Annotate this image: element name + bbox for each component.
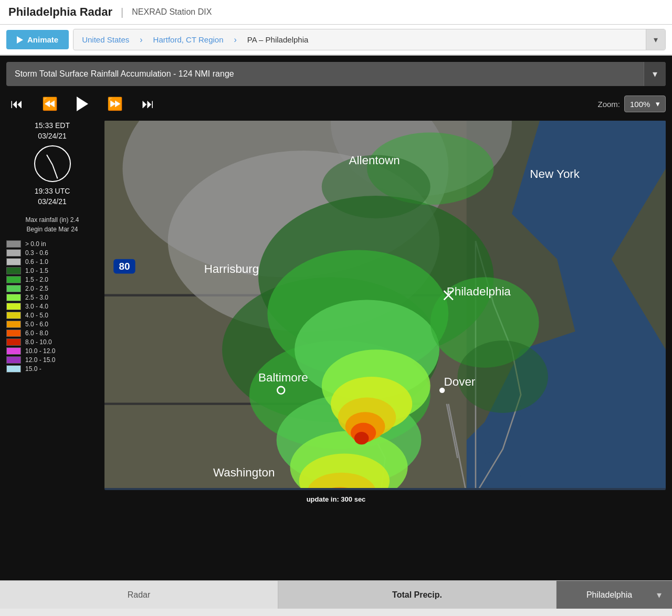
edt-date: 03/24/21	[6, 131, 98, 142]
legend-item: 15.0 -	[6, 365, 98, 373]
legend-swatch	[6, 330, 21, 337]
breadcrumb-arrow-2: ›	[232, 35, 239, 45]
fast-forward-icon: ⏩	[107, 97, 123, 111]
legend-label: 4.0 - 5.0	[25, 312, 48, 319]
product-label: Storm Total Surface Rainfall Accumulatio…	[6, 63, 644, 85]
svg-point-35	[354, 432, 369, 444]
radar-area: 15:33 EDT 03/24/21 19:33 UTC 03/24/21 Ma…	[6, 121, 666, 490]
tab-total-precip[interactable]: Total Precip.	[278, 581, 556, 609]
legend-label: 12.0 - 15.0	[25, 356, 55, 364]
legend-swatch	[6, 276, 21, 283]
city-baltimore: Baltimore	[258, 371, 308, 384]
legend-label: > 0.0 in	[25, 240, 46, 248]
breadcrumb-container: United States › Hartford, CT Region › PA…	[73, 29, 666, 50]
skip-to-end-button[interactable]: ⏭	[138, 94, 159, 113]
location-chevron-icon: ▾	[657, 589, 662, 601]
tab-radar[interactable]: Radar	[0, 581, 278, 609]
animate-label: Animate	[27, 35, 58, 44]
zoom-select-container: 50% 75% 100% 150% 200% ▾	[624, 95, 666, 112]
legend-item: 8.0 - 10.0	[6, 338, 98, 346]
legend-swatch	[6, 249, 21, 257]
navbar: Animate United States › Hartford, CT Reg…	[0, 25, 672, 56]
legend-item: 2.5 - 3.0	[6, 294, 98, 301]
legend-swatch	[6, 240, 21, 248]
city-harrisburg: Harrisburg	[204, 262, 259, 275]
legend-items: > 0.0 in 0.3 - 0.6 0.6 - 1.0 1.0 - 1.5 1…	[6, 240, 98, 373]
utc-time: 19:33 UTC	[6, 186, 98, 197]
city-dover: Dover	[444, 375, 476, 388]
play-button[interactable]	[72, 94, 92, 113]
legend-item: 1.0 - 1.5	[6, 267, 98, 274]
location-label: Philadelphia	[567, 590, 652, 600]
legend-item: 0.6 - 1.0	[6, 258, 98, 265]
app-header: Philadelphia Radar | NEXRAD Station DIX	[0, 0, 672, 25]
legend-item: 4.0 - 5.0	[6, 312, 98, 319]
time-display: 15:33 EDT 03/24/21 19:33 UTC 03/24/21	[6, 121, 98, 207]
breadcrumb-hartford[interactable]: Hartford, CT Region	[145, 30, 232, 49]
update-timer: update in: 300 sec	[6, 495, 666, 503]
legend-item: 0.3 - 0.6	[6, 249, 98, 257]
skip-begin-icon: ⏮	[10, 97, 23, 111]
legend-swatch	[6, 312, 21, 319]
breadcrumb-dropdown-button[interactable]: ▾	[646, 29, 665, 50]
bottom-bar: Radar Total Precip. Philadelphia ▾	[0, 580, 672, 609]
legend-item: 10.0 - 12.0	[6, 347, 98, 355]
animate-button[interactable]: Animate	[6, 30, 69, 49]
legend-swatch	[6, 347, 21, 355]
playback-controls: ⏮ ⏪ ⏩ ⏭	[6, 94, 159, 113]
zoom-chevron-icon: ▾	[656, 99, 660, 109]
legend-swatch	[6, 294, 21, 301]
legend-item: 3.0 - 4.0	[6, 303, 98, 310]
city-allentown: Allentown	[349, 154, 400, 167]
clock-display	[34, 145, 71, 182]
legend-swatch	[6, 258, 21, 265]
legend-label: 5.0 - 6.0	[25, 321, 48, 328]
legend-label: 2.5 - 3.0	[25, 294, 48, 301]
skip-to-beginning-button[interactable]: ⏮	[6, 94, 27, 113]
legend-swatch	[6, 365, 21, 373]
product-selector: Storm Total Surface Rainfall Accumulatio…	[6, 62, 666, 86]
legend-label: 2.0 - 2.5	[25, 285, 48, 292]
breadcrumb-current: PA – Philadelphia	[239, 30, 646, 49]
rewind-icon: ⏪	[42, 97, 58, 111]
city-washington: Washington	[213, 466, 275, 479]
legend-swatch	[6, 356, 21, 364]
product-dropdown-button[interactable]: ▾	[644, 62, 666, 86]
zoom-control: Zoom: 50% 75% 100% 150% 200% ▾	[597, 95, 666, 112]
legend-item: 12.0 - 15.0	[6, 356, 98, 364]
legend-swatch	[6, 267, 21, 274]
main-content: Storm Total Surface Rainfall Accumulatio…	[0, 56, 672, 580]
city-newyork: New York	[530, 167, 580, 180]
station-subtitle: NEXRAD Station DIX	[132, 7, 212, 17]
utc-date: 03/24/21	[6, 197, 98, 207]
fast-forward-button[interactable]: ⏩	[103, 94, 127, 113]
legend-item: 5.0 - 6.0	[6, 321, 98, 328]
rewind-button[interactable]: ⏪	[38, 94, 62, 113]
time-utc: 19:33 UTC 03/24/21	[6, 186, 98, 207]
breadcrumb-arrow-1: ›	[138, 35, 144, 45]
header-divider: |	[121, 6, 123, 18]
zoom-select[interactable]: 50% 75% 100% 150% 200%	[630, 100, 653, 109]
legend-label: 1.5 - 2.0	[25, 276, 48, 283]
legend-item: 1.5 - 2.0	[6, 276, 98, 283]
legend-item: > 0.0 in	[6, 240, 98, 248]
legend-label: 6.0 - 8.0	[25, 330, 48, 337]
begin-date-label: Begin date Mar 24	[6, 225, 98, 234]
rainfall-info: Max rainfall (in) 2.4 Begin date Mar 24	[6, 215, 98, 234]
legend-item: 2.0 - 2.5	[6, 285, 98, 292]
update-timer-label: update in: 300 sec	[307, 495, 366, 503]
edt-time: 15:33 EDT	[6, 121, 98, 131]
breadcrumb-us[interactable]: United States	[74, 30, 138, 49]
legend-label: 8.0 - 10.0	[25, 338, 52, 346]
city-philadelphia: Philadelphia	[447, 285, 511, 298]
location-selector-button[interactable]: Philadelphia ▾	[556, 581, 672, 609]
legend-swatch	[6, 303, 21, 310]
skip-end-icon: ⏭	[142, 97, 154, 111]
legend-label: 1.0 - 1.5	[25, 267, 48, 274]
clock-minute-hand	[52, 165, 58, 179]
legend-panel: 15:33 EDT 03/24/21 19:33 UTC 03/24/21 Ma…	[6, 121, 98, 490]
legend-label: 0.3 - 0.6	[25, 249, 48, 257]
legend-label: 3.0 - 4.0	[25, 303, 48, 310]
controls-row: ⏮ ⏪ ⏩ ⏭ Zoom: 50% 75% 100% 150%	[6, 92, 666, 115]
legend-label: 10.0 - 12.0	[25, 347, 55, 355]
